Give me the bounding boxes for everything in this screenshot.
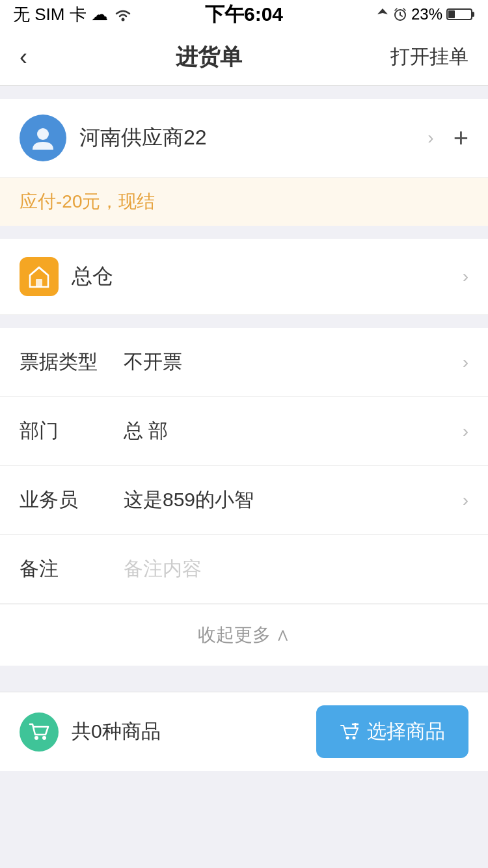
dept-value: 总 部 [111,418,463,444]
select-product-button[interactable]: 选择商品 [316,705,468,758]
select-btn-label: 选择商品 [367,718,445,745]
back-button[interactable]: ‹ [20,44,27,71]
gap-2 [0,315,488,328]
supplier-avatar [20,115,66,161]
notice-text: 应付-20元，现结 [20,191,155,211]
wifi-icon [113,7,133,21]
invoice-row[interactable]: 票据类型 不开票 › [0,328,488,397]
svg-rect-8 [448,10,455,18]
remark-input[interactable]: 备注内容 [111,556,468,582]
sales-row[interactable]: 业务员 这是859的小智 › [0,466,488,535]
add-supplier-button[interactable]: + [454,124,468,153]
page-title: 进货单 [176,42,242,72]
house-icon [27,265,51,288]
supplier-actions: › + [427,124,468,153]
invoice-chevron-icon: › [463,352,468,373]
sales-label: 业务员 [20,487,111,513]
warehouse-section: 总仓 › [0,239,488,315]
battery-text: 23% [411,5,442,23]
sales-value: 这是859的小智 [111,487,463,513]
warehouse-row[interactable]: 总仓 › [0,239,488,315]
svg-point-12 [42,736,46,740]
gap-1 [0,226,488,239]
alarm-icon [393,7,407,21]
warehouse-chevron-icon: › [463,266,468,287]
signal-text: 无 SIM 卡 ☁ [13,3,108,26]
top-divider [0,86,488,99]
remark-label: 备注 [20,556,111,582]
collapse-row[interactable]: 收起更多 ∧ [0,604,488,666]
warehouse-name: 总仓 [72,262,463,291]
battery-icon [446,7,475,21]
supplier-name: 河南供应商22 [79,124,427,152]
svg-line-3 [400,15,402,16]
invoice-label: 票据类型 [20,349,111,375]
dept-label: 部门 [20,418,111,444]
remark-row[interactable]: 备注 备注内容 [0,535,488,604]
bottom-bar: 共0种商品 选择商品 [0,692,488,771]
dept-chevron-icon: › [463,421,468,442]
person-icon [29,124,57,152]
invoice-value: 不开票 [111,349,463,375]
warehouse-icon [20,257,59,296]
status-bar: 无 SIM 卡 ☁ 下午6:04 23% [0,0,488,29]
supplier-row[interactable]: 河南供应商22 › + [0,99,488,178]
status-left: 无 SIM 卡 ☁ [13,3,133,26]
svg-point-9 [37,128,49,140]
status-time: 下午6:04 [205,1,283,28]
supplier-chevron-icon: › [427,128,433,148]
page-background [0,771,488,868]
select-cart-icon [340,723,360,741]
status-right: 23% [376,5,475,23]
sales-chevron-icon: › [463,490,468,511]
svg-rect-10 [36,279,42,287]
dept-row[interactable]: 部门 总 部 › [0,397,488,466]
cart-icon [27,720,51,744]
open-pending-button[interactable]: 打开挂单 [390,44,468,70]
gap-3 [0,666,488,679]
form-section: 票据类型 不开票 › 部门 总 部 › 业务员 这是859的小智 › 备注 备注… [0,328,488,666]
svg-point-0 [121,18,124,21]
svg-point-14 [353,736,356,739]
notice-bar: 应付-20元，现结 [0,178,488,226]
svg-point-11 [34,736,38,740]
supplier-section: 河南供应商22 › + 应付-20元，现结 [0,99,488,226]
product-count: 共0种商品 [72,718,316,745]
product-icon [20,712,59,752]
svg-rect-7 [472,12,474,17]
svg-point-13 [346,736,349,739]
svg-line-4 [395,8,397,10]
nav-bar: ‹ 进货单 打开挂单 [0,29,488,86]
location-icon [376,8,389,21]
svg-line-5 [403,8,405,10]
collapse-text: 收起更多 ∧ [198,625,291,645]
